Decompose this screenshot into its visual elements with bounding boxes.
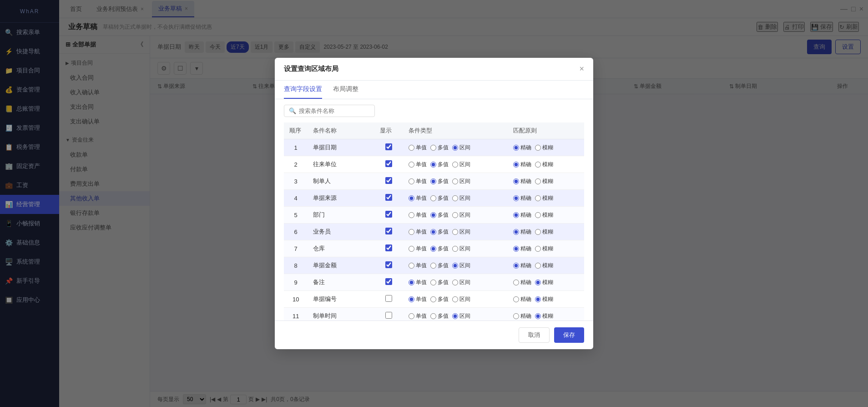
type-single-label-4[interactable]: 单值 xyxy=(409,211,427,219)
type-multi-label-8[interactable]: 多值 xyxy=(430,279,449,286)
match-exact-label-9[interactable]: 精确 xyxy=(513,295,531,303)
match-exact-label-6[interactable]: 精确 xyxy=(513,245,531,253)
match-exact-label-3[interactable]: 精确 xyxy=(513,194,531,202)
show-checkbox-0[interactable] xyxy=(385,143,392,150)
modal-cell-show[interactable] xyxy=(374,224,403,240)
type-range-radio-2[interactable] xyxy=(452,178,458,184)
type-single-radio-4[interactable] xyxy=(409,212,414,218)
type-range-radio-7[interactable] xyxy=(452,263,458,269)
modal-cell-show[interactable] xyxy=(374,274,403,291)
type-multi-label-1[interactable]: 多值 xyxy=(430,161,449,168)
match-exact-radio-5[interactable] xyxy=(513,229,519,235)
show-checkbox-2[interactable] xyxy=(385,177,392,184)
match-exact-label-5[interactable]: 精确 xyxy=(513,228,531,236)
type-single-radio-6[interactable] xyxy=(409,246,414,252)
type-single-label-10[interactable]: 单值 xyxy=(409,312,427,320)
type-range-label-9[interactable]: 区间 xyxy=(452,295,470,303)
type-multi-radio-8[interactable] xyxy=(430,280,436,285)
type-range-label-4[interactable]: 区间 xyxy=(452,211,470,219)
match-exact-radio-3[interactable] xyxy=(513,195,519,201)
match-fuzzy-radio-6[interactable] xyxy=(535,246,541,252)
show-checkbox-4[interactable] xyxy=(385,211,392,218)
type-single-label-6[interactable]: 单值 xyxy=(409,245,427,253)
match-exact-label-0[interactable]: 精确 xyxy=(513,144,531,152)
type-multi-label-5[interactable]: 多值 xyxy=(430,228,449,236)
type-range-radio-8[interactable] xyxy=(452,280,458,285)
show-checkbox-10[interactable] xyxy=(385,312,392,319)
type-range-label-10[interactable]: 区间 xyxy=(452,312,470,320)
modal-cell-show[interactable] xyxy=(374,240,403,257)
type-multi-radio-2[interactable] xyxy=(430,178,436,184)
modal-cell-show[interactable] xyxy=(374,173,403,190)
type-single-label-3[interactable]: 单值 xyxy=(409,194,427,202)
type-single-radio-0[interactable] xyxy=(409,145,414,151)
type-multi-label-4[interactable]: 多值 xyxy=(430,211,449,219)
match-fuzzy-radio-2[interactable] xyxy=(535,178,541,184)
type-range-radio-10[interactable] xyxy=(452,313,458,319)
match-exact-radio-4[interactable] xyxy=(513,212,519,218)
type-multi-label-3[interactable]: 多值 xyxy=(430,194,449,202)
modal-cancel-button[interactable]: 取消 xyxy=(519,327,550,343)
match-fuzzy-label-1[interactable]: 模糊 xyxy=(535,161,553,168)
type-single-label-9[interactable]: 单值 xyxy=(409,295,427,303)
type-single-radio-9[interactable] xyxy=(409,296,414,302)
type-multi-label-6[interactable]: 多值 xyxy=(430,245,449,253)
type-range-label-3[interactable]: 区间 xyxy=(452,194,470,202)
type-range-label-7[interactable]: 区间 xyxy=(452,262,470,270)
show-checkbox-9[interactable] xyxy=(385,295,392,302)
match-fuzzy-radio-0[interactable] xyxy=(535,145,541,151)
match-fuzzy-label-9[interactable]: 模糊 xyxy=(535,295,553,303)
type-multi-radio-5[interactable] xyxy=(430,229,436,235)
type-multi-radio-6[interactable] xyxy=(430,246,436,252)
type-multi-radio-9[interactable] xyxy=(430,296,436,302)
type-multi-label-0[interactable]: 多值 xyxy=(430,144,449,152)
match-fuzzy-label-4[interactable]: 模糊 xyxy=(535,211,553,219)
type-range-label-6[interactable]: 区间 xyxy=(452,245,470,253)
match-fuzzy-radio-7[interactable] xyxy=(535,263,541,269)
match-fuzzy-radio-8[interactable] xyxy=(535,280,541,285)
type-range-radio-6[interactable] xyxy=(452,246,458,252)
type-range-radio-5[interactable] xyxy=(452,229,458,235)
match-fuzzy-label-6[interactable]: 模糊 xyxy=(535,245,553,253)
match-fuzzy-radio-4[interactable] xyxy=(535,212,541,218)
match-exact-label-2[interactable]: 精确 xyxy=(513,178,531,185)
type-single-label-7[interactable]: 单值 xyxy=(409,262,427,270)
match-fuzzy-radio-9[interactable] xyxy=(535,296,541,302)
match-fuzzy-label-3[interactable]: 模糊 xyxy=(535,194,553,202)
modal-cell-show[interactable] xyxy=(374,207,403,224)
type-multi-radio-3[interactable] xyxy=(430,195,436,201)
modal-cell-show[interactable] xyxy=(374,190,403,207)
type-range-radio-3[interactable] xyxy=(452,195,458,201)
type-single-radio-2[interactable] xyxy=(409,178,414,184)
modal-save-button[interactable]: 保存 xyxy=(554,327,584,343)
type-multi-label-2[interactable]: 多值 xyxy=(430,178,449,185)
match-fuzzy-label-2[interactable]: 模糊 xyxy=(535,178,553,185)
match-exact-label-8[interactable]: 精确 xyxy=(513,279,531,286)
type-range-label-1[interactable]: 区间 xyxy=(452,161,470,168)
type-single-radio-5[interactable] xyxy=(409,229,414,235)
modal-cell-show[interactable] xyxy=(374,308,403,321)
match-exact-radio-7[interactable] xyxy=(513,263,519,269)
match-exact-label-1[interactable]: 精确 xyxy=(513,161,531,168)
match-fuzzy-label-8[interactable]: 模糊 xyxy=(535,279,553,286)
type-single-label-5[interactable]: 单值 xyxy=(409,228,427,236)
type-single-label-0[interactable]: 单值 xyxy=(409,144,427,152)
show-checkbox-3[interactable] xyxy=(385,194,392,201)
match-exact-radio-2[interactable] xyxy=(513,178,519,184)
type-single-radio-1[interactable] xyxy=(409,162,414,168)
match-exact-label-4[interactable]: 精确 xyxy=(513,211,531,219)
match-exact-radio-8[interactable] xyxy=(513,280,519,285)
match-exact-label-10[interactable]: 精确 xyxy=(513,312,531,320)
type-range-radio-9[interactable] xyxy=(452,296,458,302)
show-checkbox-1[interactable] xyxy=(385,160,392,167)
match-exact-radio-1[interactable] xyxy=(513,162,519,168)
type-single-radio-7[interactable] xyxy=(409,263,414,269)
condition-search-input[interactable] xyxy=(299,107,363,114)
match-exact-radio-6[interactable] xyxy=(513,246,519,252)
match-fuzzy-radio-1[interactable] xyxy=(535,162,541,168)
match-exact-radio-10[interactable] xyxy=(513,313,519,319)
type-range-radio-4[interactable] xyxy=(452,212,458,218)
modal-tab-layout-adjust[interactable]: 布局调整 xyxy=(333,81,358,99)
modal-cell-show[interactable] xyxy=(374,156,403,173)
type-multi-radio-4[interactable] xyxy=(430,212,436,218)
